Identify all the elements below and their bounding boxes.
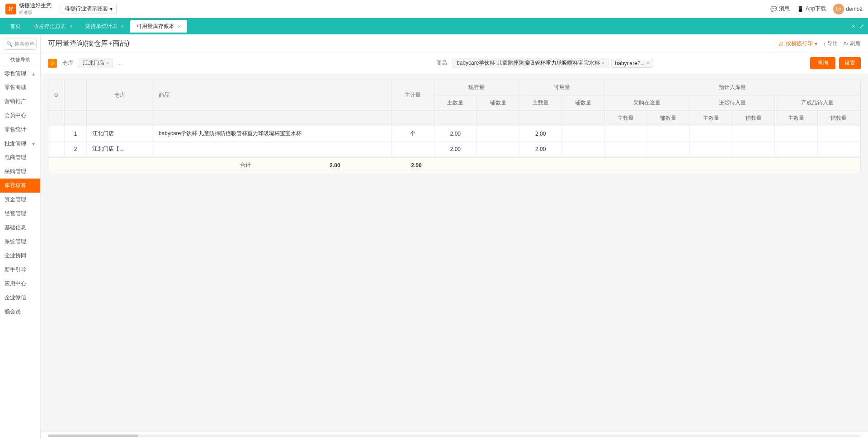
product-tag-2-remove[interactable]: × <box>647 61 650 66</box>
content-area: 可用量查询(按仓库+商品) 🖨 按模板打印 ▾ ↑ 导出 ↻ 刷新 <box>41 34 868 439</box>
tab-order-stats[interactable]: 要货单统计表 × <box>79 20 130 33</box>
sidebar-item-basics[interactable]: 基础信息 <box>0 221 40 235</box>
th-index <box>65 80 87 111</box>
th-empty-a-aux <box>562 111 604 126</box>
cell-product-1 <box>153 142 392 157</box>
th-current-aux: 辅数量 <box>476 95 519 111</box>
th-warehouse: 仓库 <box>86 80 153 111</box>
sidebar-item-marketing[interactable]: 营销推广 <box>0 94 40 109</box>
cell-pt-aux-0 <box>647 126 689 142</box>
top-bar-left: 好 畅捷通好生意 标准版 母婴行业演示账套 ▾ <box>5 2 117 16</box>
logo-area: 好 畅捷通好生意 标准版 <box>5 2 52 16</box>
cell-available-main-1: 2.00 <box>519 142 562 157</box>
th-empty-index <box>65 111 87 126</box>
tab-receipts-label: 收发存汇总表 <box>33 23 66 30</box>
warehouse-tag-remove[interactable]: × <box>106 61 109 66</box>
logo-icon: 好 <box>5 4 16 14</box>
sidebar-item-system[interactable]: 系统管理 <box>0 235 40 249</box>
sidebar-item-retail-shop[interactable]: 零售商城 <box>0 80 40 94</box>
table-row: 1 江北门店 babycare学饮杯 儿童防摔防撞吸管杯重力球吸嘴杯宝宝水杯 个… <box>48 126 860 142</box>
tab-order-stats-close[interactable]: × <box>121 24 124 29</box>
th-empty-c-main <box>434 111 476 126</box>
th-current-stock: 现存量 <box>434 80 519 95</box>
product-tag-1-remove[interactable]: × <box>602 61 604 66</box>
warehouse-filter-label: 仓库 <box>62 59 73 67</box>
sidebar-item-newguide[interactable]: 新手引导 <box>0 263 40 277</box>
user-area[interactable]: Ea demo2 <box>833 4 863 14</box>
tab-maximize-btn[interactable]: ⤢ <box>859 23 864 30</box>
warehouse-filter-more[interactable]: ... <box>116 60 124 66</box>
retail-expand-icon: ▲ <box>31 71 36 76</box>
app-download-btn[interactable]: 📱 App下载 <box>797 5 826 13</box>
cell-ip-aux-0 <box>732 126 775 142</box>
cell-fp-main-1 <box>775 142 817 157</box>
bottom-scroll-area <box>41 432 868 439</box>
settings-button[interactable]: 设置 <box>839 57 861 69</box>
page-actions: 🖨 按模板打印 ▾ ↑ 导出 ↻ 刷新 <box>778 40 861 47</box>
horizontal-scrollbar-track[interactable] <box>48 434 861 437</box>
sidebar-item-wechat[interactable]: 企业微信 <box>0 291 40 305</box>
tab-receipts-close[interactable]: × <box>70 24 72 29</box>
query-button[interactable]: 查询 <box>810 57 835 69</box>
top-bar-right: 💬 消息 📱 App下载 Ea demo2 <box>770 4 863 14</box>
tab-receipts[interactable]: 收发存汇总表 × <box>27 20 79 33</box>
quick-nav-label: 快捷导航 <box>10 57 30 62</box>
sidebar-item-inventory[interactable]: 库存核算 <box>0 179 40 193</box>
th-unit: 主计量 <box>392 80 434 111</box>
footer-label: 合计 <box>240 161 276 169</box>
sidebar-item-ecommerce[interactable]: 电商管理 <box>0 151 40 165</box>
app-download-label: App下载 <box>806 5 826 13</box>
column-settings-icon[interactable]: ⚙ <box>54 92 59 99</box>
cell-fp-aux-0 <box>817 126 860 142</box>
print-dropdown-icon: ▾ <box>815 41 817 47</box>
brand-sub: 标准版 <box>19 9 52 16</box>
print-icon: 🖨 <box>778 41 784 47</box>
filter-expand-btn[interactable]: » <box>48 59 57 68</box>
quick-nav-btn[interactable]: 快捷导航 <box>0 54 40 66</box>
sidebar-item-vip[interactable]: 畅会员 <box>0 305 40 319</box>
tab-available-stock[interactable]: 可用量库存账本 × <box>130 20 187 33</box>
horizontal-scrollbar-thumb[interactable] <box>48 434 138 437</box>
print-label: 按模板打印 <box>786 40 813 47</box>
cell-fp-main-0 <box>775 126 817 142</box>
th-finished-pending: 产成品待入量 <box>775 95 860 111</box>
print-btn[interactable]: 🖨 按模板打印 ▾ <box>778 40 817 47</box>
cell-pt-main-1 <box>604 142 647 157</box>
company-selector[interactable]: 母婴行业演示账套 ▾ <box>61 4 117 14</box>
tab-available-stock-close[interactable]: × <box>178 24 181 29</box>
table-body: 1 江北门店 babycare学饮杯 儿童防摔防撞吸管杯重力球吸嘴杯宝宝水杯 个… <box>48 126 860 157</box>
refresh-btn[interactable]: ↻ 刷新 <box>844 40 861 47</box>
th-empty-c-aux <box>476 111 519 126</box>
product-tag-2: babycare?... × <box>611 59 654 68</box>
sidebar-item-operations[interactable]: 经营管理 <box>0 207 40 221</box>
cell-index-1: 2 <box>65 142 87 157</box>
brand-name: 畅捷通好生意 <box>19 2 52 9</box>
brand-info: 畅捷通好生意 标准版 <box>19 2 52 16</box>
sidebar-group-wholesale[interactable]: 批发管理 ▼ <box>0 137 40 151</box>
sidebar-item-retail-stats[interactable]: 零售统计 <box>0 123 40 137</box>
table-footer: 合计 2.00 2.00 <box>48 157 860 173</box>
tab-home[interactable]: 首页 <box>4 20 27 33</box>
cell-current-aux-1 <box>476 142 519 157</box>
sidebar-item-appcenter[interactable]: 应用中心 <box>0 277 40 291</box>
export-btn[interactable]: ↑ 导出 <box>823 40 838 47</box>
tab-home-label: 首页 <box>10 23 21 30</box>
tab-available-stock-label: 可用量库存账本 <box>137 23 175 30</box>
th-ip-main: 主数量 <box>690 111 732 126</box>
sidebar-group-retail[interactable]: 零售管理 ▲ <box>0 66 40 80</box>
sidebar-item-member[interactable]: 会员中心 <box>0 109 40 123</box>
th-empty-warehouse <box>86 111 153 126</box>
export-icon: ↑ <box>823 41 826 47</box>
cell-current-main-1: 2.00 <box>434 142 476 157</box>
message-btn[interactable]: 💬 消息 <box>770 5 790 13</box>
cell-warehouse-1: 江北门店【... <box>86 142 153 157</box>
tab-close-all-btn[interactable]: × <box>852 23 855 30</box>
cell-available-main-0: 2.00 <box>519 126 562 142</box>
main-layout: 🔍 搜索菜单 快捷导航 零售管理 ▲ 零售商城 营销推广 会员中心 <box>0 34 868 439</box>
sidebar-item-purchase[interactable]: 采购管理 <box>0 165 40 179</box>
sidebar-item-enterprise[interactable]: 企业协同 <box>0 249 40 263</box>
sidebar-item-finance[interactable]: 资金管理 <box>0 193 40 207</box>
tab-order-stats-label: 要货单统计表 <box>85 23 118 30</box>
search-menu-btn[interactable]: 🔍 搜索菜单 <box>4 38 37 50</box>
warehouse-tag-area: 江北门店 × ... <box>79 58 431 68</box>
